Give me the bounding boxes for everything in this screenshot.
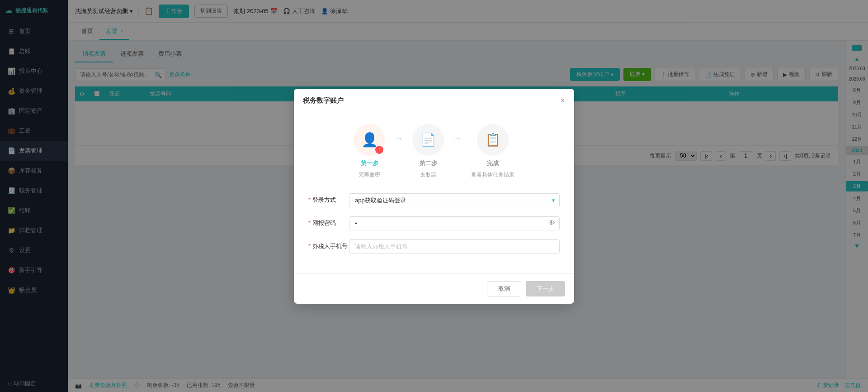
step-1-desc: 完善账密 — [359, 171, 380, 179]
phone-label: * 办税人手机号 — [308, 242, 349, 250]
step-3-label: 完成 — [487, 159, 499, 167]
tax-digital-modal: 税务数字账户 × 👤 ! 第一步 完善账密 → — [294, 89, 574, 304]
phone-row: * 办税人手机号 — [308, 239, 560, 253]
step-2-desc: 去取票 — [420, 171, 436, 179]
step-3-clipboard-icon: 📋 — [485, 132, 501, 147]
modal-body: 👤 ! 第一步 完善账密 → 📄 第二步 去取票 → — [294, 113, 574, 273]
steps: 👤 ! 第一步 完善账密 → 📄 第二步 去取票 → — [308, 124, 560, 179]
phone-control — [349, 239, 560, 253]
modal-overlay[interactable]: 税务数字账户 × 👤 ! 第一步 完善账密 → — [0, 0, 868, 392]
modal-footer: 取消 下一步 — [294, 273, 574, 304]
step-3-desc: 查看具体任务结果 — [471, 171, 514, 179]
password-row: * 网报密码 👁 — [308, 216, 560, 230]
step-2-icon: 📄 — [412, 124, 444, 156]
step-3: 📋 完成 查看具体任务结果 — [471, 124, 514, 179]
modal-title: 税务数字账户 — [303, 96, 344, 105]
step-1: 👤 ! 第一步 完善账密 — [354, 124, 385, 179]
login-method-label: * 登录方式 — [308, 196, 349, 204]
step-arrow-1: → — [385, 133, 412, 143]
next-button[interactable]: 下一步 — [526, 281, 565, 296]
modal-close-btn[interactable]: × — [560, 96, 565, 105]
login-method-row: * 登录方式 app获取验证码登录 ▾ — [308, 193, 560, 207]
cancel-button[interactable]: 取消 — [487, 281, 521, 296]
password-input[interactable] — [349, 216, 560, 230]
step-1-badge: ! — [375, 146, 383, 154]
step-2-label: 第二步 — [420, 159, 437, 167]
step-3-icon: 📋 — [477, 124, 509, 156]
step-arrow-2: → — [444, 133, 471, 143]
step-1-icon: 👤 ! — [354, 124, 385, 156]
step-1-label: 第一步 — [361, 159, 378, 167]
phone-input[interactable] — [349, 239, 560, 253]
password-label: * 网报密码 — [308, 219, 349, 227]
modal-header: 税务数字账户 × — [294, 89, 574, 113]
step-1-user-icon: 👤 — [361, 132, 378, 148]
login-method-control: app获取验证码登录 ▾ — [349, 193, 560, 207]
password-control: 👁 — [349, 216, 560, 230]
step-2: 📄 第二步 去取票 — [412, 124, 444, 179]
login-method-select[interactable]: app获取验证码登录 — [349, 193, 560, 207]
password-toggle-icon[interactable]: 👁 — [548, 219, 555, 227]
step-2-doc-icon: 📄 — [420, 132, 436, 147]
